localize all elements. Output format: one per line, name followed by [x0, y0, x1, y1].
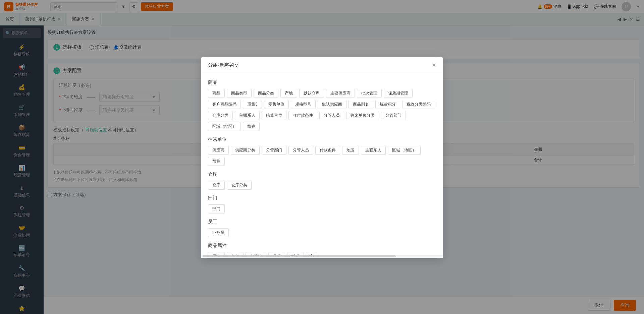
- field-chip-5-5[interactable]: 1: [306, 252, 317, 255]
- field-chip-0-5[interactable]: 主要供应商: [326, 89, 355, 98]
- modal-group-chips-2: 仓库仓库分类: [208, 181, 436, 190]
- field-chip-0-22[interactable]: 分管部门: [381, 111, 406, 120]
- field-chip-1-3[interactable]: 分管人员: [288, 146, 313, 155]
- modal-group-title-3: 部门: [208, 195, 436, 201]
- field-chip-0-23[interactable]: 区域（地区）: [208, 122, 241, 131]
- modal-header: 分组待选字段 ✕: [201, 57, 443, 74]
- field-chip-0-6[interactable]: 批次管理: [357, 89, 382, 98]
- field-chip-4-0[interactable]: 业务员: [208, 228, 229, 237]
- field-chip-0-24[interactable]: 简称: [243, 122, 260, 131]
- field-chip-2-1[interactable]: 仓库分类: [227, 181, 252, 190]
- modal-close-button[interactable]: ✕: [432, 62, 436, 68]
- modal-hscroll-thumb: [203, 255, 396, 257]
- field-chip-0-16[interactable]: 仓库分类: [208, 111, 233, 120]
- field-chip-0-3[interactable]: 产地: [280, 89, 297, 98]
- field-chip-1-1[interactable]: 供应商分类: [231, 146, 260, 155]
- field-chip-0-17[interactable]: 主联系人: [235, 111, 260, 120]
- field-chip-0-4[interactable]: 默认仓库: [299, 89, 324, 98]
- modal-group-title-0: 商品: [208, 79, 436, 85]
- field-chip-0-8[interactable]: 客户商品编码: [208, 100, 241, 109]
- field-chip-5-0[interactable]: 属性: [208, 252, 225, 255]
- field-chip-0-15[interactable]: 税收分类编码: [402, 100, 435, 109]
- field-chip-0-13[interactable]: 商品别名: [348, 100, 373, 109]
- field-chip-5-4[interactable]: 鞋码: [287, 252, 304, 255]
- modal-group-title-2: 仓库: [208, 171, 436, 177]
- field-chip-3-0[interactable]: 部门: [208, 204, 225, 213]
- modal-group-chips-4: 业务员: [208, 228, 436, 237]
- field-chip-0-9[interactable]: 重量3: [243, 100, 262, 109]
- field-chip-2-0[interactable]: 仓库: [208, 181, 225, 190]
- modal-group-title-1: 往来单位: [208, 136, 436, 142]
- modal-group-chips-1: 供应商供应商分类分管部门分管人员付款条件地区主联系人区域（地区）简称: [208, 146, 436, 166]
- modal-group-chips-5: 属性颜色多规格尺码鞋码1: [208, 252, 436, 255]
- field-chip-0-21[interactable]: 往来单位分类: [346, 111, 379, 120]
- field-chip-0-14[interactable]: 炼货积分: [375, 100, 400, 109]
- modal-group-title-5: 商品属性: [208, 243, 436, 249]
- field-chip-0-19[interactable]: 收付款条件: [288, 111, 317, 120]
- field-chip-0-11[interactable]: 规格型号: [291, 100, 316, 109]
- field-chip-1-6[interactable]: 主联系人: [361, 146, 386, 155]
- modal-group-title-4: 员工: [208, 219, 436, 225]
- modal-group-chips-3: 部门: [208, 204, 436, 213]
- field-chip-1-2[interactable]: 分管部门: [262, 146, 286, 155]
- modal-horizontal-scrollbar[interactable]: [201, 255, 443, 257]
- field-chip-1-4[interactable]: 付款条件: [315, 146, 340, 155]
- field-chip-0-20[interactable]: 分管人员: [319, 111, 344, 120]
- field-chip-1-7[interactable]: 区域（地区）: [388, 146, 421, 155]
- field-chip-5-2[interactable]: 多规格: [246, 252, 266, 255]
- field-chip-0-0[interactable]: 商品: [208, 89, 225, 98]
- field-chip-5-1[interactable]: 颜色: [227, 252, 244, 255]
- field-chip-0-7[interactable]: 保质期管理: [384, 89, 413, 98]
- modal-title: 分组待选字段: [208, 62, 238, 68]
- modal: 分组待选字段 ✕ 商品商品商品类型商品分类产地默认仓库主要供应商批次管理保质期管…: [201, 57, 443, 258]
- field-chip-1-0[interactable]: 供应商: [208, 146, 229, 155]
- field-chip-1-5[interactable]: 地区: [342, 146, 359, 155]
- field-chip-0-12[interactable]: 默认供应商: [318, 100, 346, 109]
- field-chip-0-1[interactable]: 商品类型: [227, 89, 252, 98]
- modal-overlay: 分组待选字段 ✕ 商品商品商品类型商品分类产地默认仓库主要供应商批次管理保质期管…: [0, 0, 644, 314]
- field-chip-0-10[interactable]: 零售单位: [264, 100, 289, 109]
- modal-body: 商品商品商品类型商品分类产地默认仓库主要供应商批次管理保质期管理客户商品编码重量…: [201, 74, 443, 255]
- field-chip-5-3[interactable]: 尺码: [268, 252, 285, 255]
- field-chip-0-18[interactable]: 结算单位: [262, 111, 286, 120]
- field-chip-0-2[interactable]: 商品分类: [254, 89, 278, 98]
- field-chip-1-8[interactable]: 简称: [208, 157, 225, 166]
- modal-group-chips-0: 商品商品类型商品分类产地默认仓库主要供应商批次管理保质期管理客户商品编码重量3零…: [208, 89, 436, 131]
